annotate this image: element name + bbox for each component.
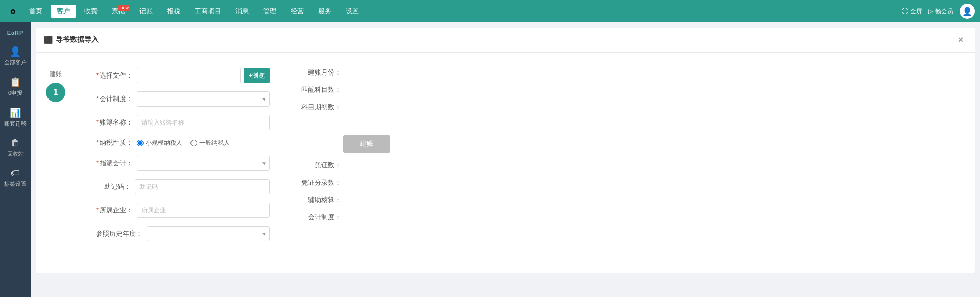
nav-item-settings[interactable]: 设置: [340, 5, 365, 18]
reference-year-select-wrapper: ▼: [147, 226, 270, 241]
sidebar-item-migration-label: 账套迁移: [4, 120, 27, 128]
tax-type-label: 纳税性质：: [96, 138, 133, 147]
vip-button[interactable]: ▷ 畅会员: [928, 7, 953, 16]
sidebar: EaRP 👤 全部客户 📋 0申报 📊 账套迁移 🗑 回收站 🏷 标签设置: [0, 22, 31, 297]
panel-title-text: 导爷数据导入: [56, 35, 99, 44]
top-nav-right: ⛶ 全屏 ▷ 畅会员 👤: [902, 4, 975, 19]
radio-small-input[interactable]: [137, 140, 144, 146]
form-right: 建账月份： 匹配科目数： 科目期初数： 建账: [300, 68, 433, 241]
tax-type-row: 纳税性质： 小规模纳税人 一般纳税人: [96, 138, 270, 147]
nav-item-home[interactable]: 首页: [23, 5, 49, 18]
nav-item-message[interactable]: 消息: [229, 5, 255, 18]
radio-small-taxpayer[interactable]: 小规模纳税人: [137, 139, 182, 147]
company-row: 所属企业：: [96, 203, 270, 218]
select-file-row: 选择文件： +浏览: [96, 68, 270, 83]
voucher-entries-label: 凭证分录数：: [300, 178, 341, 187]
nav-item-fee[interactable]: 收费: [78, 5, 104, 18]
accounting-system-select[interactable]: [137, 91, 270, 107]
logo-icon: ✿: [10, 8, 16, 15]
sidebar-item-declaration-label: 0申报: [8, 89, 22, 97]
form-left: 选择文件： +浏览 会计制度： ▼: [96, 68, 270, 241]
auxiliary-accounting-row: 辅助核算：: [300, 195, 433, 205]
voucher-count-label: 凭证数：: [300, 161, 341, 170]
earp-logo-text: EaRP: [7, 28, 24, 40]
sidebar-item-tags[interactable]: 🏷 标签设置: [0, 164, 31, 192]
nav-item-manage[interactable]: 管理: [257, 5, 282, 18]
file-input[interactable]: [137, 68, 241, 83]
tags-icon: 🏷: [11, 168, 20, 179]
assigned-accountant-label: 指派会计：: [96, 159, 133, 168]
main-content: ⬛ 导爷数据导入 × 建账 1 选择文件：: [31, 22, 980, 297]
establish-button[interactable]: 建账: [343, 135, 390, 153]
migration-icon: 📊: [10, 107, 21, 118]
reference-year-row: 参照历史年度： ▼: [96, 226, 270, 241]
assigned-accountant-row: 指派会计： ▼: [96, 156, 270, 171]
assistant-code-row: 助记码：: [96, 179, 270, 194]
fullscreen-button[interactable]: ⛶ 全屏: [902, 7, 922, 16]
radio-general-label: 一般纳税人: [199, 139, 230, 147]
nav-item-business[interactable]: 工商项目: [188, 5, 227, 18]
right-accounting-system-label: 会计制度：: [300, 213, 341, 222]
company-input[interactable]: [137, 203, 270, 218]
voucher-entries-row: 凭证分录数：: [300, 178, 433, 187]
month-row: 建账月份：: [300, 68, 433, 77]
accountant-select-wrapper: ▼: [137, 156, 270, 171]
establish-btn-wrap: 建账: [300, 130, 433, 153]
sidebar-item-tags-label: 标签设置: [4, 180, 27, 188]
browse-button[interactable]: +浏览: [244, 68, 270, 83]
nav-item-operation[interactable]: 经营: [284, 5, 310, 18]
all-customers-icon: 👤: [10, 46, 21, 57]
tax-type-radio-group: 小规模纳税人 一般纳税人: [137, 139, 270, 147]
new-badge: new: [118, 5, 130, 11]
accounting-system-row: 会计制度： ▼: [96, 91, 270, 107]
layout: EaRP 👤 全部客户 📋 0申报 📊 账套迁移 🗑 回收站 🏷 标签设置: [0, 22, 980, 297]
fullscreen-label: 全屏: [910, 7, 922, 16]
month-label: 建账月份：: [300, 68, 341, 77]
right-accounting-system-row: 会计制度：: [300, 213, 433, 222]
radio-small-label: 小规模纳税人: [146, 139, 182, 147]
radio-general-input[interactable]: [190, 140, 197, 146]
recycle-icon: 🗑: [11, 138, 20, 148]
avatar-icon: 👤: [962, 7, 972, 16]
accountant-select[interactable]: [137, 156, 270, 171]
accounting-system-label: 会计制度：: [96, 94, 133, 104]
match-accounts-row: 匹配科目数：: [300, 85, 433, 94]
panel-title: ⬛ 导爷数据导入: [44, 35, 99, 44]
nav-item-bookkeeping[interactable]: 记账: [133, 5, 159, 18]
ledger-name-input[interactable]: [137, 115, 270, 130]
file-row: +浏览: [137, 68, 270, 83]
fullscreen-icon: ⛶: [902, 8, 908, 15]
nav-item-invoice[interactable]: 票据 new: [106, 5, 131, 18]
nav-item-service[interactable]: 服务: [312, 5, 338, 18]
ledger-name-label: 账簿名称：: [96, 118, 133, 127]
radio-general-taxpayer[interactable]: 一般纳税人: [190, 139, 230, 147]
match-accounts-label: 匹配科目数：: [300, 85, 341, 94]
vip-label: 畅会员: [935, 7, 953, 16]
declaration-icon: 📋: [10, 77, 21, 88]
step-circle: 1: [46, 83, 65, 102]
logo[interactable]: ✿: [5, 0, 21, 22]
sidebar-item-all-customers-label: 全部客户: [4, 59, 27, 66]
title-icon: ⬛: [44, 36, 53, 44]
reference-year-select[interactable]: [147, 226, 270, 241]
step-label: 建账: [50, 70, 62, 79]
sidebar-item-recycle[interactable]: 🗑 回收站: [0, 134, 31, 162]
ledger-name-row: 账簿名称：: [96, 115, 270, 130]
sidebar-item-declaration[interactable]: 📋 0申报: [0, 72, 31, 101]
import-panel: ⬛ 导爷数据导入 × 建账 1 选择文件：: [36, 28, 975, 273]
top-nav: ✿ 首页 客户 收费 票据 new 记账 报税 工商项目 消息 管理 经营 服务…: [0, 0, 980, 22]
sidebar-item-migration[interactable]: 📊 账套迁移: [0, 103, 31, 132]
close-button[interactable]: ×: [954, 34, 967, 46]
sidebar-item-recycle-label: 回收站: [7, 150, 24, 158]
avatar[interactable]: 👤: [960, 4, 975, 19]
select-file-label: 选择文件：: [96, 71, 133, 80]
nav-item-tax[interactable]: 报税: [161, 5, 186, 18]
reference-year-label: 参照历史年度：: [96, 229, 142, 238]
form-area: 建账 1 选择文件： +浏览 会计制度：: [36, 53, 975, 252]
assistant-code-input[interactable]: [135, 179, 270, 194]
company-label: 所属企业：: [96, 206, 133, 215]
nav-item-customer[interactable]: 客户: [51, 5, 76, 18]
assistant-code-label: 助记码：: [96, 182, 131, 191]
sidebar-item-all-customers[interactable]: 👤 全部客户: [0, 42, 31, 70]
voucher-count-row: 凭证数：: [300, 161, 433, 170]
